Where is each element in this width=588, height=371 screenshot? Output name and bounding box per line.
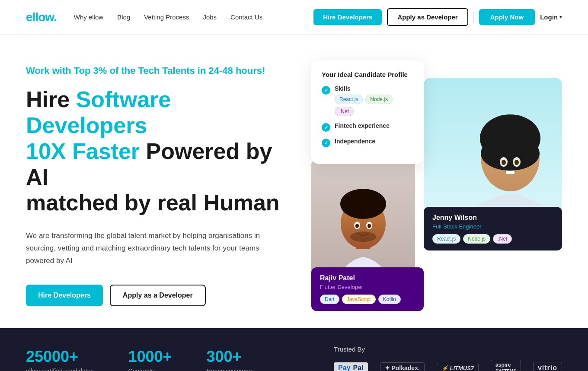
footer-bar: 25000+ ellow certified candidates 1000+ …: [0, 328, 588, 371]
litmus7-logo: ⚡ LITMUS7: [437, 363, 479, 371]
stat-customers-label: Happy customers: [207, 368, 254, 371]
rajiv-name: Rajiv Patel: [320, 274, 415, 282]
trusted-logos: PayPal ✦ Polkadex. ⚡ LITMUS7 aspireSYSTE…: [334, 360, 562, 371]
svg-point-5: [481, 136, 540, 171]
chevron-down-icon: ▾: [559, 14, 562, 20]
polkadex-logo: ✦ Polkadex.: [380, 362, 425, 371]
jenny-wilson-card: Jenny Wilson Full-Stack Engineer React.j…: [424, 207, 562, 251]
skills-label: Skills: [335, 85, 413, 92]
hero-content: Work with Top 3% of the Tech Talents in …: [26, 65, 285, 306]
logo[interactable]: ellow.: [26, 10, 57, 24]
fintech-label: Fintech experience: [335, 122, 390, 129]
jenny-role: Full-Stack Engineer: [432, 223, 553, 230]
aspire-systems-logo: aspireSYSTEMS: [491, 360, 521, 371]
apply-as-developer-hero-button[interactable]: Apply as a Developer: [110, 285, 206, 306]
rajiv-tag-kotlin: Kotlin: [378, 295, 401, 304]
stat-candidates-label: ellow certified candidates: [26, 368, 93, 371]
navbar: ellow. Why ellow Blog Vetting Process Jo…: [0, 0, 588, 35]
independence-label: Independence: [335, 138, 375, 145]
tag-nodejs: Node.js: [365, 95, 393, 104]
hero-heading: Hire Software Developers 10X Faster Powe…: [26, 87, 285, 216]
rajiv-tag-dart: Dart: [320, 295, 339, 304]
hero-description: We are transforming the global talent ma…: [26, 230, 277, 267]
jenny-name: Jenny Wilson: [432, 214, 553, 222]
stat-customers-number: 300+: [207, 348, 254, 366]
skills-tags: React.js Node.js .Net: [335, 95, 413, 116]
trusted-section: Trusted By PayPal ✦ Polkadex. ⚡ LITMUS7 …: [334, 346, 562, 371]
apply-as-developer-button[interactable]: Apply as Developer: [387, 8, 468, 26]
jenny-tag-node: Node.js: [463, 234, 490, 244]
fintech-check-icon: [322, 123, 330, 132]
hero-buttons: Hire Developers Apply as a Developer: [26, 285, 285, 306]
candidate-profile-card: Your Ideal Candidate Profile Skills Reac…: [311, 60, 424, 164]
jenny-tag-net: .Net: [493, 234, 512, 244]
stat-contracts-label: Contracts: [128, 368, 172, 371]
tag-reactjs: React.js: [335, 95, 363, 104]
fintech-item: Fintech experience: [322, 122, 413, 132]
independence-item: Independence: [322, 138, 413, 147]
svg-point-19: [350, 231, 376, 242]
nav-item-vetting[interactable]: Vetting Process: [144, 13, 189, 21]
skills-content: Skills React.js Node.js .Net: [335, 85, 413, 116]
stat-contracts: 1000+ Contracts: [128, 348, 172, 371]
stats-section: 25000+ ellow certified candidates 1000+ …: [26, 348, 253, 371]
heading-10x-faster: 10X Faster: [26, 139, 140, 164]
tag-dotnet: .Net: [335, 107, 354, 116]
vitrio-logo: vitrio: [533, 362, 562, 371]
logo-text: ellow.: [26, 10, 57, 24]
svg-point-18: [368, 224, 371, 228]
login-button[interactable]: Login ▾: [540, 13, 562, 21]
svg-rect-10: [506, 171, 514, 174]
rajiv-tag-js: JavaScript: [342, 295, 376, 304]
svg-point-14: [340, 189, 386, 219]
rajiv-role: Flutter Developer: [320, 284, 415, 290]
heading-matched: matched by real Human: [26, 190, 280, 215]
nav-item-jobs[interactable]: Jobs: [203, 13, 217, 21]
nav-actions: Hire Developers Apply as Developer Apply…: [313, 8, 562, 26]
trusted-by-label: Trusted By: [334, 346, 365, 353]
nav-item-blog[interactable]: Blog: [117, 13, 130, 21]
stat-candidates: 25000+ ellow certified candidates: [26, 348, 93, 371]
svg-point-17: [355, 224, 359, 228]
candidate-card-title: Your Ideal Candidate Profile: [322, 71, 413, 78]
jenny-tags: React.js Node.js .Net: [432, 234, 553, 244]
rajiv-patel-card: Rajiv Patel Flutter Developer Dart JavaS…: [311, 267, 424, 311]
nav-item-why-ellow[interactable]: Why ellow: [74, 13, 103, 21]
skills-check-icon: [322, 86, 330, 95]
independence-check-icon: [322, 139, 330, 147]
stat-customers: 300+ Happy customers: [207, 348, 254, 371]
rajiv-tags: Dart JavaScript Kotlin: [320, 295, 415, 304]
svg-point-9: [514, 160, 519, 165]
svg-point-8: [502, 160, 506, 165]
stat-candidates-number: 25000+: [26, 348, 93, 366]
jenny-tag-react: React.js: [432, 234, 460, 244]
heading-hire: Hire: [26, 87, 76, 112]
hero-section: Work with Top 3% of the Tech Talents in …: [0, 35, 588, 328]
hero-tagline: Work with Top 3% of the Tech Talents in …: [26, 65, 285, 76]
hero-visual: Your Ideal Candidate Profile Skills Reac…: [303, 60, 562, 311]
skills-item: Skills React.js Node.js .Net: [322, 85, 413, 116]
nav-links: Why ellow Blog Vetting Process Jobs Cont…: [74, 13, 313, 21]
paypal-logo: PayPal: [334, 362, 368, 371]
hire-developers-hero-button[interactable]: Hire Developers: [26, 285, 103, 306]
nav-item-contact[interactable]: Contact Us: [230, 13, 262, 21]
nav-separator: [473, 12, 474, 22]
stat-contracts-number: 1000+: [128, 348, 172, 366]
apply-now-button[interactable]: Apply Now: [479, 9, 535, 25]
hire-developers-button[interactable]: Hire Developers: [313, 9, 382, 25]
